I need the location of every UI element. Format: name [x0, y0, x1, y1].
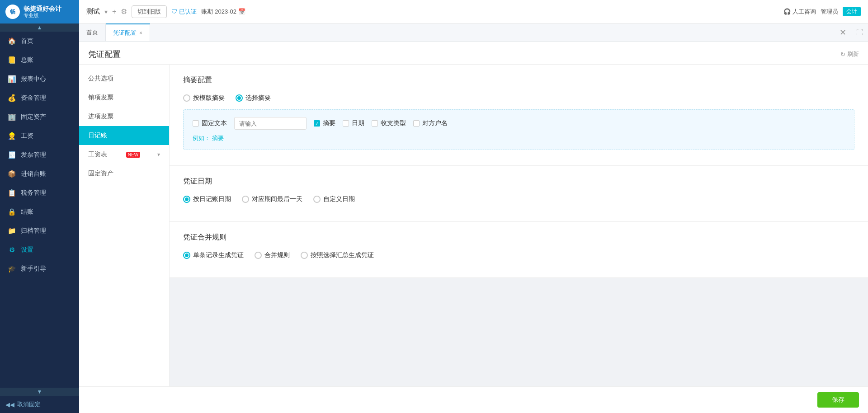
- left-nav-public[interactable]: 公共选项: [79, 69, 169, 88]
- checkbox-pay-type-box: [372, 120, 378, 127]
- left-nav-fixed-assets[interactable]: 固定资产: [79, 164, 169, 183]
- left-nav-sales-invoice[interactable]: 销项发票: [79, 88, 169, 107]
- user-role[interactable]: 会计: [843, 7, 861, 16]
- checkbox-counterpart-box: [413, 120, 420, 127]
- left-nav-purchase-invoice[interactable]: 进项发票: [79, 107, 169, 126]
- tabbar: 首页 凭证配置 × ✕ ⛶: [79, 23, 868, 42]
- summary-checkboxes-row: 固定文本 ✓ 摘要 日期: [193, 117, 845, 130]
- tax-icon: 📋: [7, 189, 16, 197]
- window-close-icon[interactable]: ✕: [834, 28, 852, 38]
- tab-close-icon[interactable]: ×: [139, 30, 142, 36]
- radio-custom-date[interactable]: 自定义日期: [313, 195, 355, 203]
- user-name[interactable]: 管理员: [821, 8, 838, 16]
- sidebar-item-tax[interactable]: 📋 税务管理: [0, 183, 79, 202]
- radio-template-circle: [183, 94, 190, 102]
- sidebar-item-home[interactable]: 🏠 首页: [0, 32, 79, 51]
- headset-icon: 🎧: [783, 8, 791, 15]
- reports-icon: 📊: [7, 75, 16, 83]
- archive-icon: 📁: [7, 227, 16, 235]
- summary-radio-group: 按模版摘要 选择摘要: [183, 94, 854, 102]
- radio-single-record-circle: [183, 252, 190, 259]
- checkbox-fixed-text[interactable]: 固定文本: [193, 119, 227, 127]
- topbar-settings-icon[interactable]: ⚙: [121, 7, 127, 16]
- sidebar-item-sales-ledger[interactable]: 📦 进销台账: [0, 164, 79, 183]
- switch-old-version-button[interactable]: 切到旧版: [132, 5, 167, 18]
- logo-icon: 畅: [5, 5, 20, 19]
- consult-button[interactable]: 🎧 人工咨询: [783, 8, 816, 16]
- fixed-text-input[interactable]: [234, 117, 307, 130]
- sidebar-nav: 🏠 首页 📒 总账 📊 报表中心 💰 资金管理 🏢 固定资产 👷 工资 🧾 发票…: [0, 32, 79, 388]
- company-dropdown[interactable]: ▾: [104, 8, 108, 15]
- new-badge: NEW: [126, 152, 140, 158]
- summary-config-box: 固定文本 ✓ 摘要 日期: [183, 109, 854, 150]
- sidebar-item-settings[interactable]: ⚙ 设置: [0, 240, 79, 259]
- tab-home[interactable]: 首页: [79, 23, 106, 41]
- sidebar-item-funds[interactable]: 💰 资金管理: [0, 89, 79, 108]
- merge-radio-group: 单条记录生成凭证 合并规则 按照选择汇总生成凭证: [183, 251, 854, 259]
- pin-icon: ◀◀: [5, 401, 14, 408]
- sidebar-item-fixed-assets[interactable]: 🏢 固定资产: [0, 108, 79, 127]
- radio-single-record[interactable]: 单条记录生成凭证: [183, 251, 244, 259]
- radio-period-last-day-circle: [242, 196, 249, 203]
- sidebar-item-close[interactable]: 🔒 结账: [0, 202, 79, 221]
- radio-journal-date[interactable]: 按日记账日期: [183, 195, 231, 203]
- add-button[interactable]: +: [112, 8, 116, 16]
- date-section-title: 凭证日期: [183, 177, 854, 186]
- sidebar-scroll-down[interactable]: ▼: [0, 388, 79, 396]
- sidebar-scroll-up[interactable]: ▲: [0, 23, 79, 32]
- tab-voucher-config[interactable]: 凭证配置 ×: [106, 23, 150, 41]
- payroll-icon: 👷: [7, 132, 16, 140]
- logo-text-block: 畅捷通好会计 专业版: [24, 5, 61, 19]
- shield-icon: 🛡: [171, 8, 177, 15]
- radio-journal-date-circle: [183, 196, 190, 203]
- sidebar: 畅 畅捷通好会计 专业版 ▲ 🏠 首页 📒 总账 📊 报表中心 💰 资金管理 🏢…: [0, 0, 79, 413]
- radio-select-summary[interactable]: 选择摘要: [236, 94, 271, 102]
- funds-icon: 💰: [7, 94, 16, 102]
- sidebar-item-payroll[interactable]: 👷 工资: [0, 127, 79, 145]
- page-title: 凭证配置: [88, 49, 121, 60]
- refresh-button[interactable]: ↻ 刷新: [840, 50, 859, 58]
- radio-template-summary[interactable]: 按模版摘要: [183, 94, 225, 102]
- radio-custom-date-circle: [313, 196, 321, 203]
- radio-period-last-day[interactable]: 对应期间最后一天: [242, 195, 302, 203]
- calendar-icon[interactable]: 📅: [238, 8, 245, 15]
- left-nav-payroll-table[interactable]: 工资表 NEW ▾: [79, 145, 169, 164]
- merge-section: 凭证合并规则 单条记录生成凭证 合并规则 按照选择汇总生成凭证: [170, 222, 868, 278]
- summary-section-title: 摘要配置: [183, 75, 854, 85]
- radio-aggregate[interactable]: 按照选择汇总生成凭证: [301, 251, 374, 259]
- save-button[interactable]: 保存: [817, 392, 859, 408]
- left-nav-payroll-row: 工资表 NEW ▾: [88, 150, 160, 159]
- certified-badge: 🛡 已认证: [171, 8, 197, 16]
- checkbox-summary-box: ✓: [314, 120, 320, 127]
- checkbox-date-box: [343, 120, 349, 127]
- arrow-down-icon: ▾: [157, 151, 160, 158]
- ledger-icon: 📒: [7, 56, 16, 64]
- sales-ledger-icon: 📦: [7, 170, 16, 178]
- left-nav-journal[interactable]: 日记账: [79, 126, 169, 145]
- fullscreen-icon[interactable]: ⛶: [852, 28, 868, 37]
- home-icon: 🏠: [7, 37, 16, 45]
- date-radio-group: 按日记账日期 对应期间最后一天 自定义日期: [183, 195, 854, 203]
- fixed-assets-icon: 🏢: [7, 113, 16, 121]
- checkbox-counterpart[interactable]: 对方户名: [413, 119, 448, 127]
- close-books-icon: 🔒: [7, 208, 16, 216]
- sidebar-item-archive[interactable]: 📁 归档管理: [0, 221, 79, 240]
- sidebar-item-ledger[interactable]: 📒 总账: [0, 51, 79, 70]
- checkbox-pay-type[interactable]: 收支类型: [372, 119, 406, 127]
- sidebar-item-invoices[interactable]: 🧾 发票管理: [0, 145, 79, 164]
- content-body: 公共选项 销项发票 进项发票 日记账 工资表 NEW ▾: [79, 65, 868, 386]
- main-area: 测试 ▾ + ⚙ 切到旧版 🛡 已认证 账期 2023-02 📅 🎧 人工咨询 …: [79, 0, 868, 413]
- checkbox-fixed-text-box: [193, 120, 199, 127]
- invoices-icon: 🧾: [7, 151, 16, 159]
- checkbox-date[interactable]: 日期: [343, 119, 364, 127]
- checkbox-summary[interactable]: ✓ 摘要: [314, 119, 335, 127]
- page-header: 凭证配置 ↻ 刷新: [79, 42, 868, 65]
- sidebar-item-reports[interactable]: 📊 报表中心: [0, 70, 79, 89]
- radio-aggregate-circle: [301, 252, 308, 259]
- guide-icon: 🎓: [7, 265, 16, 273]
- company-name: 测试: [86, 7, 100, 16]
- sidebar-item-guide[interactable]: 🎓 新手引导: [0, 259, 79, 278]
- radio-merge-rules[interactable]: 合并规则: [255, 251, 290, 259]
- cancel-fixed-button[interactable]: ◀◀ 取消固定: [0, 396, 79, 413]
- topbar: 测试 ▾ + ⚙ 切到旧版 🛡 已认证 账期 2023-02 📅 🎧 人工咨询 …: [79, 0, 868, 23]
